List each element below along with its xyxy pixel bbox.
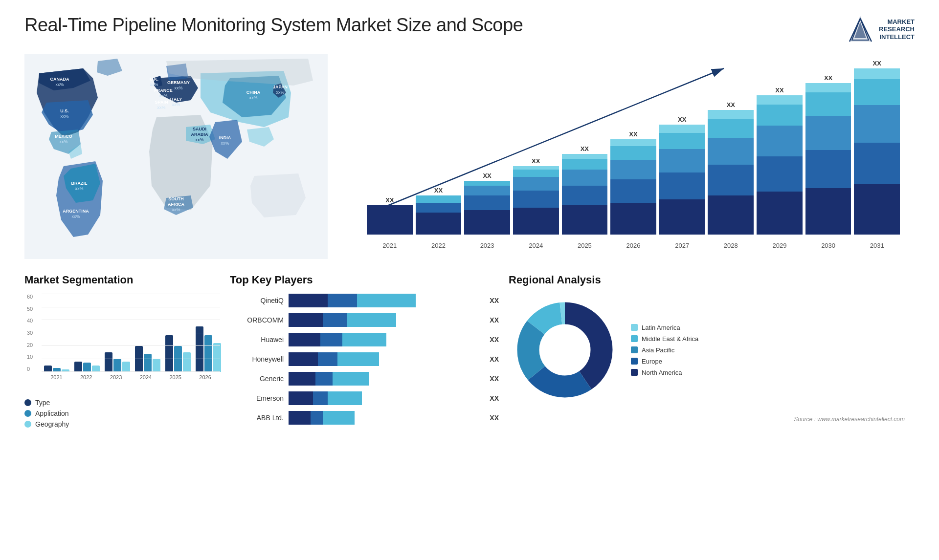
player-name-abb: ABB Ltd. (230, 414, 284, 422)
svg-text:CANADA: CANADA (50, 77, 69, 82)
player-value-huawei: XX (490, 336, 499, 344)
svg-text:xx%: xx% (172, 102, 180, 107)
svg-text:xx%: xx% (55, 82, 64, 87)
svg-text:U.S.: U.S. (60, 108, 69, 113)
svg-text:JAPAN: JAPAN (273, 85, 288, 89)
svg-text:SOUTH: SOUTH (168, 196, 184, 201)
page-title: Real-Time Pipeline Monitoring System Mar… (24, 15, 523, 36)
bar-2023: XX (464, 172, 510, 235)
legend-north-america: North America (631, 369, 698, 376)
svg-text:SPAIN: SPAIN (155, 100, 168, 105)
seg-grid (42, 294, 220, 372)
bar-2024: XX (513, 157, 559, 235)
segmentation-section: Market Segmentation 60 50 40 30 20 10 0 (24, 274, 220, 545)
player-row-qinetiq: QinetiQ XX (230, 294, 499, 307)
world-map-svg: CANADA xx% U.S. xx% MEXICO xx% BRAZIL xx… (24, 54, 328, 259)
svg-text:xx%: xx% (150, 82, 158, 87)
player-value-qinetiq: XX (490, 297, 499, 304)
svg-text:xx%: xx% (59, 139, 67, 144)
logo-line2: RESEARCH (879, 25, 915, 33)
legend-europe: Europe (631, 358, 698, 365)
player-name-qinetiq: QinetiQ (230, 297, 284, 304)
logo-line3: INTELLECT (879, 33, 915, 41)
player-name-generic: Generic (230, 375, 284, 383)
svg-text:xx%: xx% (172, 207, 180, 212)
svg-text:SAUDI: SAUDI (193, 127, 206, 131)
seg-y-axis: 60 50 40 30 20 10 0 (27, 294, 33, 372)
seg-legend: Type Application Geography (24, 399, 220, 428)
svg-text:FRANCE: FRANCE (154, 88, 173, 93)
header: Real-Time Pipeline Monitoring System Mar… (24, 15, 915, 44)
bars-container: XX XX (367, 64, 900, 235)
svg-text:xx%: xx% (71, 214, 80, 219)
legend-color-latin (631, 324, 638, 331)
regional-section: Regional Analysis (509, 274, 915, 545)
svg-text:GERMANY: GERMANY (167, 80, 190, 85)
player-value-abb: XX (490, 414, 499, 422)
player-bar-abb (289, 411, 481, 425)
svg-text:xx%: xx% (60, 114, 68, 119)
legend-color-mea (631, 335, 638, 342)
svg-text:CHINA: CHINA (246, 90, 261, 95)
donut-legend: Latin America Middle East & Africa Asia … (631, 324, 698, 376)
svg-text:xx%: xx% (75, 186, 83, 191)
bar-2025: XX (562, 145, 608, 235)
player-value-orbcomm: XX (490, 316, 499, 324)
legend-geography: Geography (24, 420, 220, 428)
player-row-huawei: Huawei XX (230, 333, 499, 346)
donut-svg (509, 294, 621, 406)
main-grid: CANADA xx% U.S. xx% MEXICO xx% BRAZIL xx… (24, 54, 915, 545)
legend-dot-application (24, 410, 31, 417)
logo-text: MARKET RESEARCH INTELLECT (879, 18, 915, 41)
source-text: Source : www.marketresearchintellect.com (509, 416, 915, 423)
svg-text:xx%: xx% (276, 90, 284, 95)
bar-2028: XX (708, 101, 754, 235)
player-name-huawei: Huawei (230, 336, 284, 344)
players-list: QinetiQ XX ORBCOMM (230, 294, 499, 425)
player-bar-emerson (289, 391, 481, 405)
bottom-section: Market Segmentation 60 50 40 30 20 10 0 (24, 274, 915, 545)
player-name-emerson: Emerson (230, 394, 284, 402)
player-value-honeywell: XX (490, 355, 499, 363)
svg-text:xx%: xx% (159, 93, 167, 98)
player-row-generic: Generic XX (230, 372, 499, 386)
legend-dot-type (24, 399, 31, 406)
svg-text:ARGENTINA: ARGENTINA (63, 209, 89, 214)
page-container: Real-Time Pipeline Monitoring System Mar… (0, 0, 939, 560)
svg-text:ARABIA: ARABIA (191, 132, 208, 137)
logo-line1: MARKET (879, 18, 915, 26)
legend-color-apac (631, 346, 638, 353)
player-name-orbcomm: ORBCOMM (230, 316, 284, 324)
player-bar-qinetiq (289, 294, 481, 307)
bar-2029: XX (757, 86, 803, 235)
svg-text:xx%: xx% (221, 141, 229, 146)
seg-chart-container: 60 50 40 30 20 10 0 (42, 294, 220, 391)
player-row-emerson: Emerson XX (230, 391, 499, 405)
bar-2030: XX (805, 74, 851, 235)
svg-text:xx%: xx% (157, 105, 165, 110)
player-row-orbcomm: ORBCOMM XX (230, 313, 499, 327)
svg-text:xx%: xx% (249, 95, 257, 100)
legend-color-north-america (631, 369, 638, 376)
player-bar-huawei (289, 333, 481, 346)
players-title: Top Key Players (230, 274, 499, 286)
player-row-abb: ABB Ltd. XX (230, 411, 499, 425)
legend-application: Application (24, 409, 220, 417)
svg-text:U.K.: U.K. (150, 77, 158, 82)
player-value-emerson: XX (490, 394, 499, 402)
players-section: Top Key Players QinetiQ XX (230, 274, 499, 545)
legend-mea: Middle East & Africa (631, 335, 698, 343)
bar-2026: XX (610, 130, 656, 235)
legend-dot-geography (24, 421, 31, 428)
bar-2031: XX (854, 60, 900, 235)
legend-color-europe (631, 358, 638, 365)
svg-text:xx%: xx% (174, 86, 182, 90)
player-value-generic: XX (490, 375, 499, 383)
donut-container: Latin America Middle East & Africa Asia … (509, 294, 915, 406)
chart-section: XX XX (337, 54, 915, 264)
legend-apac: Asia Pacific (631, 346, 698, 354)
svg-text:INDIA: INDIA (219, 135, 231, 140)
logo-icon (847, 15, 874, 44)
legend-type: Type (24, 399, 220, 407)
player-bar-generic (289, 372, 481, 386)
